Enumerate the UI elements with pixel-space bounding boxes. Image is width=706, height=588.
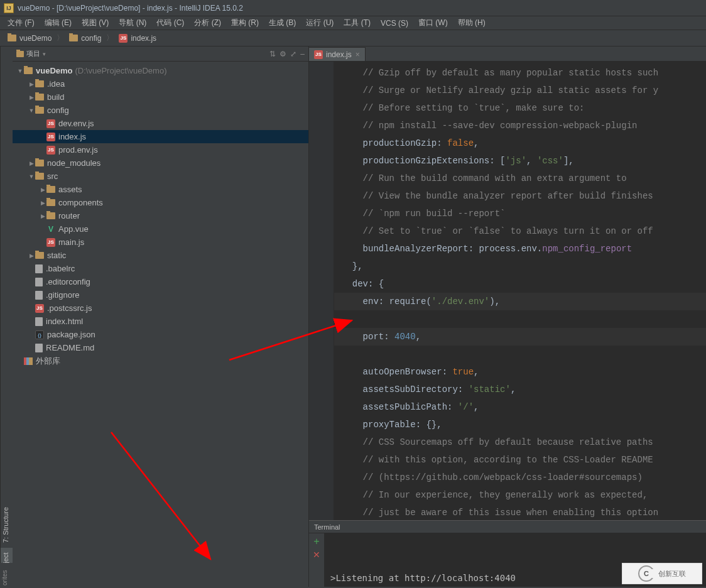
tree-row[interactable]: JS.postcssrc.js	[13, 302, 308, 315]
file-icon	[35, 291, 43, 300]
code-line: env: require('./dev.env'),	[334, 293, 706, 310]
file-icon	[35, 264, 43, 273]
watermark: C 创新互联	[622, 563, 702, 584]
menu-item[interactable]: 窗口 (W)	[413, 16, 453, 30]
bottom-gutter-label: orites	[0, 563, 13, 588]
tree-row[interactable]: ▶build	[13, 90, 308, 104]
code-line: // just be aware of this issue when enab…	[342, 508, 658, 518]
code-area[interactable]: // Gzip off by default as many popular s…	[334, 62, 706, 520]
menu-item[interactable]: 生成 (B)	[264, 16, 301, 30]
close-terminal-icon[interactable]: ✕	[313, 550, 320, 560]
tree-label: index.html	[46, 317, 83, 326]
tree-row[interactable]: .editorconfig	[13, 275, 308, 288]
tree-row[interactable]: .babelrc	[13, 262, 308, 275]
window-title: vueDemo - [D:\vueProject\vueDemo] - inde…	[18, 4, 243, 13]
menu-item[interactable]: 文件 (F)	[3, 16, 40, 30]
folder-icon	[46, 212, 55, 219]
menu-item[interactable]: 导航 (N)	[114, 16, 151, 30]
tree-label: .babelrc	[46, 264, 75, 273]
tree-row[interactable]: index.html	[13, 315, 308, 328]
tree-row[interactable]: .gitignore	[13, 288, 308, 302]
tree-label: .postcssrc.js	[47, 303, 92, 313]
pane-header-icon[interactable]: ⤢	[290, 50, 296, 58]
breadcrumb-label: vueDemo	[19, 34, 52, 43]
code-line: // Set to `true` or `false` to always tu…	[342, 226, 653, 236]
menu-item[interactable]: 视图 (V)	[77, 16, 114, 30]
chevron-down-icon[interactable]: ▼	[16, 68, 24, 74]
dropdown-icon[interactable]: ▾	[43, 51, 46, 57]
menu-item[interactable]: 编辑 (E)	[40, 16, 77, 30]
breadcrumb-item[interactable]: vueDemo	[4, 34, 55, 43]
project-tree[interactable]: ▼vueDemo(D:\vueProject\vueDemo)▶.idea▶bu…	[13, 62, 308, 587]
tree-label: node_modules	[47, 158, 100, 168]
tree-row[interactable]: ▼src	[13, 170, 308, 183]
menu-item[interactable]: 工具 (T)	[339, 16, 376, 30]
chevron-down-icon[interactable]: ▼	[28, 173, 35, 180]
tree-label: dev.env.js	[58, 119, 94, 128]
tree-label: main.js	[58, 237, 84, 247]
tree-row[interactable]: JSprod.env.js	[13, 143, 308, 156]
chevron-right-icon[interactable]: ▶	[39, 187, 46, 193]
breadcrumb-bar: vueDemo〉config〉JSindex.js	[0, 30, 706, 46]
pane-header-icon[interactable]: ⚙	[280, 50, 286, 58]
tree-row[interactable]: JSdev.env.js	[13, 117, 308, 130]
tree-row[interactable]: ▶.idea	[13, 77, 308, 90]
chevron-down-icon[interactable]: ▼	[28, 107, 35, 114]
tree-row[interactable]: {}package.json	[13, 328, 308, 341]
file-icon	[35, 278, 43, 286]
title-bar: IJ vueDemo - [D:\vueProject\vueDemo] - i…	[0, 0, 706, 16]
tree-label: index.js	[58, 132, 86, 141]
editor-tab-label: index.js	[326, 50, 352, 59]
menu-item[interactable]: 帮助 (H)	[453, 16, 491, 30]
code-line: productionGzip: false,	[342, 138, 479, 148]
tree-row[interactable]: 外部库	[13, 354, 308, 368]
tree-row[interactable]: ▶node_modules	[13, 156, 308, 170]
code-line: bundleAnalyzerReport: process.env.npm_co…	[342, 244, 632, 254]
menu-item[interactable]: 代码 (C)	[151, 16, 189, 30]
tree-row[interactable]: ▼vueDemo(D:\vueProject\vueDemo)	[13, 64, 308, 77]
pane-header-icon[interactable]: ⇅	[269, 50, 276, 58]
tree-label: prod.env.js	[58, 145, 98, 155]
js-icon: JS	[119, 34, 128, 43]
menu-item[interactable]: VCS (S)	[376, 18, 413, 29]
editor-body[interactable]: // Gzip off by default as many popular s…	[309, 62, 706, 520]
folder-icon	[46, 199, 55, 206]
chevron-right-icon[interactable]: ▶	[28, 160, 35, 166]
terminal-header[interactable]: Terminal	[309, 521, 706, 533]
menu-bar: 文件 (F)编辑 (E)视图 (V)导航 (N)代码 (C)分析 (Z)重构 (…	[0, 16, 706, 30]
close-icon[interactable]: ×	[356, 50, 360, 59]
code-line: autoOpenBrowser: true,	[342, 367, 479, 377]
breadcrumb-item[interactable]: JSindex.js	[115, 34, 160, 43]
tree-label: components	[58, 198, 103, 207]
chevron-right-icon[interactable]: ▶	[39, 213, 46, 219]
menu-item[interactable]: 运行 (U)	[301, 16, 339, 30]
menu-item[interactable]: 分析 (Z)	[189, 16, 226, 30]
menu-item[interactable]: 重构 (R)	[226, 16, 264, 30]
tree-row[interactable]: ▶assets	[13, 183, 308, 196]
chevron-right-icon: 〉	[57, 33, 64, 43]
new-terminal-icon[interactable]: +	[313, 536, 319, 547]
tree-row[interactable]: ▶router	[13, 209, 308, 222]
tree-row[interactable]: ▶components	[13, 196, 308, 209]
project-pane-title: 项目	[26, 49, 40, 58]
tree-row[interactable]: ▶static	[13, 249, 308, 262]
tree-row[interactable]: VApp.vue	[13, 222, 308, 236]
terminal-text: Listening at http://localhost:4040	[335, 573, 516, 583]
folder-icon	[16, 51, 24, 57]
chevron-right-icon[interactable]: ▶	[28, 81, 35, 87]
library-icon	[24, 357, 33, 365]
pane-header-icon[interactable]: –	[300, 50, 305, 58]
toolwindow-tab[interactable]: 7: Structure	[1, 502, 13, 548]
tree-row[interactable]: ▼config	[13, 104, 308, 117]
chevron-right-icon[interactable]: ▶	[28, 253, 35, 259]
editor-tab-index-js[interactable]: JS index.js ×	[309, 47, 366, 61]
chevron-right-icon[interactable]: ▶	[28, 94, 35, 101]
tree-label: static	[47, 251, 66, 260]
tree-row[interactable]: JSindex.js	[13, 130, 308, 143]
tree-row[interactable]: README.md	[13, 341, 308, 354]
tree-row[interactable]: JSmain.js	[13, 236, 308, 249]
chevron-right-icon[interactable]: ▶	[39, 200, 46, 206]
breadcrumb-item[interactable]: config	[65, 34, 105, 43]
code-line: // Gzip off by default as many popular s…	[342, 68, 658, 78]
terminal-prompt: >	[330, 573, 335, 583]
